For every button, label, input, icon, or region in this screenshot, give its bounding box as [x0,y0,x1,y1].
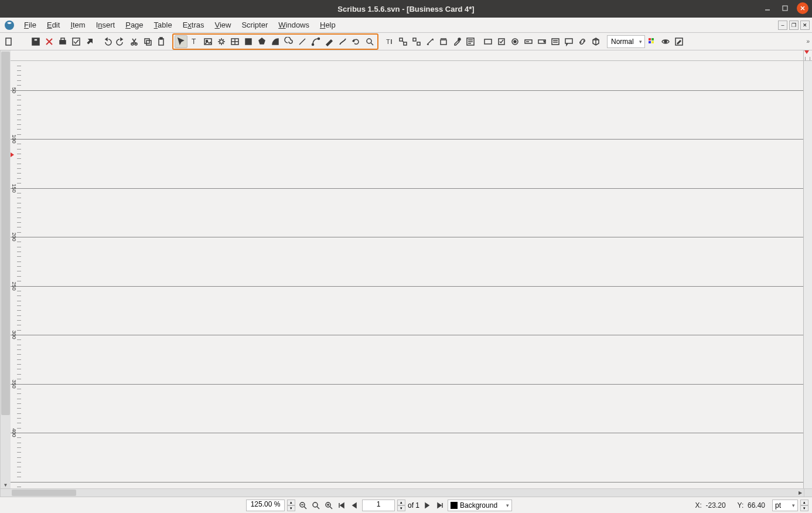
menu-table[interactable]: Table [149,19,178,31]
svg-rect-10 [60,40,66,44]
y-label: Y: [738,501,744,509]
ruler-horizontal[interactable]: 5010015020025030035040045050055060065070… [804,50,812,61]
export-pdf-button[interactable] [83,35,96,48]
toolbar-overflow-button[interactable]: » [806,38,810,45]
measure-button[interactable] [424,35,436,48]
first-page-button[interactable] [336,500,347,511]
menu-file[interactable]: File [19,19,42,31]
pdf-link-button[interactable] [576,35,589,48]
close-doc-button[interactable] [43,35,56,48]
zoom-button[interactable] [363,35,376,48]
rotate-button[interactable] [350,35,363,48]
pdf-listbox-button[interactable] [549,35,562,48]
scroll-right-button[interactable]: ▶ [797,489,804,497]
svg-rect-58 [552,39,559,45]
pdf-radio-button[interactable] [509,35,521,48]
menu-page[interactable]: Page [120,19,148,31]
menu-edit[interactable]: Edit [42,19,65,31]
window-titlebar: Scribus 1.5.6.svn - [Business Card 4*] [0,0,812,18]
svg-rect-61 [565,39,572,43]
layer-combo[interactable]: Background [448,500,512,511]
next-page-button[interactable] [422,500,432,511]
copy-props-button[interactable] [437,35,450,48]
select-tool-button[interactable] [175,35,187,48]
pdf-textfield-button[interactable] [522,35,535,48]
page-number-input[interactable]: 1 [362,500,395,511]
paste-button[interactable] [155,35,168,48]
shape-button[interactable] [242,35,255,48]
story-editor-button[interactable] [464,35,477,48]
undo-button[interactable] [101,35,114,48]
pdf-3d-button[interactable] [589,35,602,48]
preflight-button[interactable] [70,35,83,48]
svg-line-76 [330,507,332,509]
close-button[interactable] [797,2,808,14]
pdf-checkbox-button[interactable] [495,35,508,48]
scroll-v-thumb[interactable] [1,52,10,415]
vertical-scrollbar[interactable]: ▲ ▼ [0,50,11,488]
preview-quality-combo[interactable]: Normal [607,35,645,48]
ruler-vertical[interactable]: 50100150200250300350400 [11,61,804,488]
zoom-out-button[interactable] [298,500,308,511]
menu-item[interactable]: Item [65,19,90,31]
copy-button[interactable] [141,35,154,48]
minimize-button[interactable] [762,2,773,14]
menu-extras[interactable]: Extras [178,19,210,31]
zoom-spinner[interactable]: ▴▾ [287,500,295,511]
doc-close-button[interactable]: ✕ [800,21,810,30]
zoom-input[interactable]: 125.00 % [246,500,285,511]
eyedropper-button[interactable] [451,35,463,48]
svg-point-54 [514,40,516,43]
menu-insert[interactable]: Insert [91,19,121,31]
redo-button[interactable] [114,35,127,48]
menu-windows[interactable]: Windows [273,19,315,31]
zoom-reset-button[interactable] [311,500,321,511]
menu-help[interactable]: Help [315,19,341,31]
link-frames-button[interactable] [397,35,410,48]
svg-rect-66 [649,41,651,43]
app-icon [4,19,15,31]
table-button[interactable] [228,35,241,48]
calligraphic-button[interactable] [336,35,349,48]
edit-in-preview-button[interactable] [673,35,685,48]
page-spinner[interactable]: ▴▾ [397,500,405,511]
pdf-pushbutton-button[interactable] [482,35,494,48]
save-button[interactable] [29,35,42,48]
svg-text:T: T [192,38,196,46]
prev-page-button[interactable] [349,500,360,511]
menu-view[interactable]: View [210,19,237,31]
render-frame-button[interactable] [215,35,228,48]
last-page-button[interactable] [435,500,445,511]
scroll-h-thumb[interactable] [12,490,76,496]
bezier-button[interactable] [309,35,322,48]
line-button[interactable] [296,35,309,48]
doc-restore-button[interactable]: ❐ [789,21,799,30]
unit-spinner[interactable]: ▴▾ [800,500,808,511]
print-button[interactable] [56,35,69,48]
open-button[interactable] [16,35,29,48]
image-frame-button[interactable] [202,35,214,48]
horizontal-scrollbar[interactable]: ◀ ▶ [11,488,804,497]
page-of-label: of 1 [408,501,419,509]
maximize-button[interactable] [779,2,791,14]
pdf-combobox-button[interactable] [535,35,548,48]
text-frame-button[interactable]: T [188,35,201,48]
color-mgmt-button[interactable] [646,35,659,48]
new-button[interactable] [2,35,15,48]
canvas[interactable]: Inserting texts, images and shapes [804,61,812,488]
freehand-button[interactable] [323,35,336,48]
doc-minimize-button[interactable]: – [778,21,787,30]
ruler-corner[interactable] [11,50,804,61]
unlink-frames-button[interactable] [410,35,423,48]
polygon-button[interactable] [255,35,268,48]
arc-button[interactable] [269,35,282,48]
scroll-down-button[interactable]: ▼ [1,481,11,488]
zoom-in-button[interactable] [323,500,334,511]
preview-mode-button[interactable] [659,35,672,48]
spiral-button[interactable] [282,35,295,48]
edit-text-button[interactable]: T [383,35,396,48]
unit-combo[interactable]: pt [772,500,798,511]
menu-scripter[interactable]: Scripter [236,19,273,31]
pdf-annotation-button[interactable] [562,35,575,48]
cut-button[interactable] [128,35,141,48]
